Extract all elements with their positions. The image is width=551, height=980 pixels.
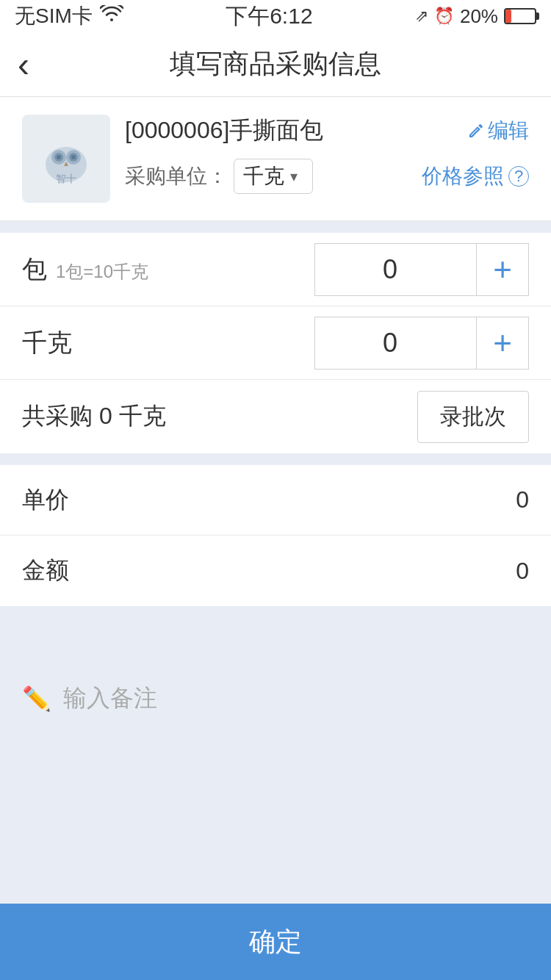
- total-row: 共采购 0 千克 录批次: [0, 380, 551, 453]
- svg-point-5: [57, 155, 61, 159]
- bag-quantity-input[interactable]: [314, 243, 476, 296]
- product-unit-row: 采购单位： 千克 ▾ 价格参照 ?: [125, 159, 529, 194]
- section-divider-1: [0, 221, 551, 233]
- amount-row: 金额 0: [0, 536, 551, 606]
- section-divider-2: [0, 453, 551, 465]
- confirm-button[interactable]: 确定: [249, 924, 302, 960]
- kg-unit-label: 千克: [22, 326, 72, 360]
- total-label: 共采购 0 千克: [22, 400, 166, 433]
- status-left: 无SIM卡: [15, 2, 123, 30]
- product-info-top: [0000006]手撕面包 编辑: [125, 115, 529, 147]
- status-bar: 无SIM卡 下午6:12 ⇗ ⏰ 20%: [0, 0, 551, 32]
- batch-button[interactable]: 录批次: [417, 391, 529, 443]
- help-icon: ?: [508, 166, 529, 187]
- product-info: [0000006]手撕面包 编辑 采购单位： 千克 ▾ 价格: [125, 115, 529, 194]
- alarm-icon: ⏰: [434, 7, 454, 26]
- kg-input-row: 千克 +: [0, 306, 551, 380]
- kg-quantity-input[interactable]: [314, 317, 476, 370]
- nav-bar: ‹ 填写商品采购信息: [0, 32, 551, 97]
- svg-text:智十: 智十: [56, 173, 76, 184]
- price-ref-button[interactable]: 价格参照 ?: [422, 162, 529, 190]
- wifi-icon: [100, 4, 123, 28]
- price-section: 单价 0 金额 0: [0, 465, 551, 606]
- unit-price-label: 单价: [22, 484, 69, 516]
- content-fill: [0, 792, 551, 904]
- dropdown-arrow-icon: ▾: [290, 167, 298, 185]
- bag-input-right: +: [314, 243, 529, 296]
- note-section[interactable]: ✏️ 输入备注: [0, 606, 551, 792]
- price-ref-label: 价格参照: [422, 162, 504, 190]
- unit-price-row: 单价 0: [0, 465, 551, 536]
- product-image: 智十: [22, 115, 110, 203]
- amount-label: 金额: [22, 555, 69, 587]
- edit-label: 编辑: [488, 117, 529, 145]
- location-icon: ⇗: [415, 7, 428, 26]
- product-card: 智十 [0000006]手撕面包 编辑 采购单位： 千克 ▾: [0, 97, 551, 221]
- bag-hint: 1包=10千克: [56, 260, 148, 284]
- kg-label: 千克: [22, 326, 72, 360]
- svg-point-6: [71, 155, 76, 159]
- status-right: ⇗ ⏰ 20%: [415, 5, 536, 28]
- page-title: 填写商品采购信息: [170, 46, 381, 82]
- product-name: [0000006]手撕面包: [125, 115, 323, 147]
- unit-value: 千克: [243, 162, 284, 190]
- input-section: 包 1包=10千克 + 千克 +: [0, 233, 551, 380]
- kg-input-right: +: [314, 317, 529, 370]
- back-button[interactable]: ‹: [18, 44, 29, 84]
- bag-plus-button[interactable]: +: [476, 243, 529, 296]
- carrier-label: 无SIM卡: [15, 2, 93, 30]
- main-content: 智十 [0000006]手撕面包 编辑 采购单位： 千克 ▾: [0, 97, 551, 904]
- status-time: 下午6:12: [226, 1, 312, 32]
- battery-percent: 20%: [460, 5, 498, 28]
- unit-select[interactable]: 千克 ▾: [234, 159, 313, 194]
- amount-value: 0: [516, 558, 529, 585]
- note-placeholder: 输入备注: [63, 682, 157, 715]
- bag-input-row: 包 1包=10千克 +: [0, 233, 551, 306]
- kg-plus-button[interactable]: +: [476, 317, 529, 370]
- battery-icon: [504, 8, 536, 24]
- unit-label: 采购单位：: [125, 162, 228, 190]
- unit-price-value: 0: [516, 486, 529, 514]
- bag-label: 包 1包=10千克: [22, 253, 148, 287]
- bag-unit-label: 包: [22, 253, 47, 287]
- confirm-bar[interactable]: 确定: [0, 904, 551, 980]
- pencil-icon: ✏️: [22, 685, 51, 713]
- batch-label: 录批次: [440, 404, 506, 428]
- edit-button[interactable]: 编辑: [467, 117, 529, 145]
